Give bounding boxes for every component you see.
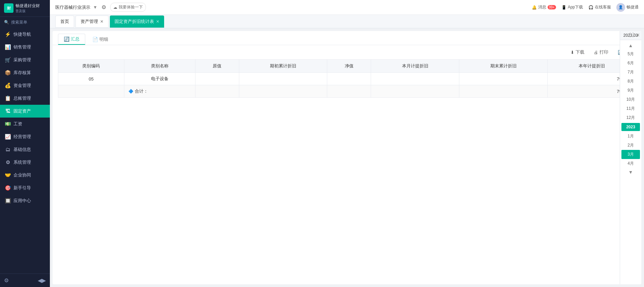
date-item[interactable]: 8月 (620, 77, 641, 86)
date-item[interactable]: 2月 (620, 141, 641, 150)
nav-label-fixed-assets: 固定资产 (13, 108, 31, 114)
nav-label-system: 系统管理 (13, 159, 31, 165)
date-item[interactable]: 10月 (620, 95, 641, 104)
sidebar-item-fixed-assets[interactable]: 🏗固定资产 (0, 105, 50, 118)
search-menu[interactable]: 🔍 搜索菜单 (0, 17, 50, 28)
col-header: 本月计提折旧 (371, 60, 459, 73)
nav-label-inventory: 库存核算 (13, 70, 31, 76)
sidebar-item-system[interactable]: ⚙系统管理 (0, 156, 50, 169)
sub-tab-detail[interactable]: 📄明细 (87, 34, 114, 45)
nav-icon-inventory: 📦 (5, 70, 11, 76)
sidebar-item-sales[interactable]: 📊销售管理 (0, 41, 50, 54)
online-service-button[interactable]: 🎧 在线客服 (588, 4, 611, 10)
nav-icon-operations: 📈 (5, 134, 11, 140)
col-header: 原值 (195, 60, 239, 73)
date-item[interactable]: 7月 (620, 68, 641, 77)
nav-label-sales: 销售管理 (13, 44, 31, 50)
cell-期初累计折旧 (239, 73, 327, 85)
cell-类别编码: 05 (58, 73, 124, 85)
tab-bar: 首页资产管理✕固定资产折旧统计表✕ (50, 15, 644, 28)
sidebar-item-finance[interactable]: 💰资金管理 (0, 79, 50, 92)
tab-home[interactable]: 首页 (55, 15, 74, 28)
sidebar-item-purchase[interactable]: 🛒采购管理 (0, 54, 50, 66)
notification-button[interactable]: 🔔 消息 99+ (532, 4, 556, 10)
date-item[interactable]: 6月 (620, 59, 641, 68)
close-icon[interactable]: ✕ (636, 32, 640, 38)
nav-label-purchase: 采购管理 (13, 57, 31, 63)
total-cell (239, 85, 327, 98)
table-total-row: 🔷合计：791.67 (58, 85, 636, 98)
cell-净值 (327, 73, 371, 85)
nav-label-payroll: 工资 (13, 121, 22, 127)
sidebar-item-inventory[interactable]: 📦库存核算 (0, 66, 50, 79)
total-cell (371, 85, 459, 98)
nav-label-enterprise: 企业协同 (13, 172, 31, 178)
nav-icon-purchase: 🛒 (5, 57, 11, 63)
date-item[interactable]: 4月 (620, 159, 641, 168)
notification-badge: 99+ (548, 5, 556, 9)
app-download-button[interactable]: 📱 App下载 (561, 4, 583, 10)
total-cell: 🔷合计： (124, 85, 195, 98)
col-header: 净值 (327, 60, 371, 73)
sub-tab-icon-summary: 🔄 (64, 36, 69, 42)
sidebar-item-payroll[interactable]: 💵工资 (0, 118, 50, 130)
sidebar-item-enterprise[interactable]: 🤝企业协同 (0, 169, 50, 182)
sidebar-item-quick-nav[interactable]: ⚡快捷导航 (0, 28, 50, 41)
tab-depreciation-report[interactable]: 固定资产折旧统计表✕ (110, 15, 164, 28)
date-item[interactable]: 5月 (620, 50, 641, 59)
avatar: 👤 (616, 3, 625, 12)
sub-tab-label-summary: 汇总 (71, 36, 80, 42)
sub-tab-icon-detail: 📄 (92, 37, 98, 42)
tab-close-depreciation-report[interactable]: ✕ (156, 19, 159, 24)
sidebar-item-guide[interactable]: 🎯新手引导 (0, 182, 50, 194)
expand-icon[interactable]: ⛶ (629, 32, 634, 38)
phone-icon: 📱 (561, 5, 566, 10)
sub-tab-summary[interactable]: 🔄汇总 (58, 34, 85, 45)
nav-icon-finance: 💰 (5, 83, 11, 89)
tab-label-home: 首页 (60, 19, 69, 25)
sidebar: 财 畅捷通好业财 普及版 🔍 搜索菜单 ⚡快捷导航📊销售管理🛒采购管理📦库存核算… (0, 0, 50, 287)
date-nav-down[interactable]: ▼ (620, 168, 641, 176)
nav-icon-app-center: 🔲 (5, 198, 11, 204)
sidebar-item-basic-info[interactable]: 🗂基础信息 (0, 143, 50, 156)
date-item[interactable]: 3月 (621, 150, 640, 159)
download-button[interactable]: ⬇ 下载 (568, 48, 587, 57)
experience-button[interactable]: ☁ 我要体验一下 (110, 3, 146, 12)
print-button[interactable]: 🖨 打印 (591, 48, 611, 57)
print-icon: 🖨 (594, 50, 598, 55)
date-item[interactable]: 12月 (620, 113, 641, 122)
sidebar-item-app-center[interactable]: 🔲应用中心 (0, 194, 50, 207)
settings-button[interactable]: ⚙ (100, 3, 108, 12)
nav-icon-payroll: 💵 (5, 121, 11, 127)
table-row: 05电子设备791.67 (58, 73, 636, 85)
nav-icon-sales: 📊 (5, 44, 11, 50)
tab-label-asset-mgmt: 资产管理 (81, 19, 98, 25)
user-menu[interactable]: 👤 畅捷通 (616, 3, 639, 12)
app-logo: 财 畅捷通好业财 普及版 (0, 0, 50, 17)
date-item[interactable]: 9月 (620, 86, 641, 95)
date-item[interactable]: 11月 (620, 104, 641, 113)
sidebar-item-operations[interactable]: 📈经营管理 (0, 130, 50, 143)
nav-icon-enterprise: 🤝 (5, 172, 11, 178)
cell-本月计提折旧 (371, 73, 459, 85)
cell-类别名称: 电子设备 (124, 73, 195, 85)
cell-原值 (195, 73, 239, 85)
col-header: 期末累计折旧 (459, 60, 548, 73)
nav-icon-basic-info: 🗂 (5, 147, 11, 152)
settings-icon[interactable]: ⚙ (4, 277, 9, 284)
download-icon: ⬇ (571, 50, 574, 55)
table-container: 类别编码类别名称原值期初累计折旧净值本月计提折旧期末累计折旧本年计提折旧 05电… (53, 59, 641, 284)
collapse-icon[interactable]: ◀▶ (38, 277, 46, 284)
depreciation-table: 类别编码类别名称原值期初累计折旧净值本月计提折旧期末累计折旧本年计提折旧 05电… (58, 59, 636, 98)
date-nav-up[interactable]: ▲ (620, 41, 641, 50)
tab-close-asset-mgmt[interactable]: ✕ (100, 19, 103, 24)
chevron-down-icon[interactable]: ▼ (93, 5, 97, 10)
nav-icon-quick-nav: ⚡ (5, 31, 11, 37)
cloud-icon: ☁ (113, 5, 117, 10)
tab-asset-mgmt[interactable]: 资产管理✕ (75, 15, 109, 28)
sidebar-item-ledger[interactable]: 📋总账管理 (0, 92, 50, 105)
date-item[interactable]: 1月 (620, 132, 641, 141)
total-icon: 🔷 (128, 89, 133, 94)
col-header: 类别名称 (124, 60, 195, 73)
sidebar-nav: ⚡快捷导航📊销售管理🛒采购管理📦库存核算💰资金管理📋总账管理🏗固定资产💵工资📈经… (0, 28, 50, 274)
